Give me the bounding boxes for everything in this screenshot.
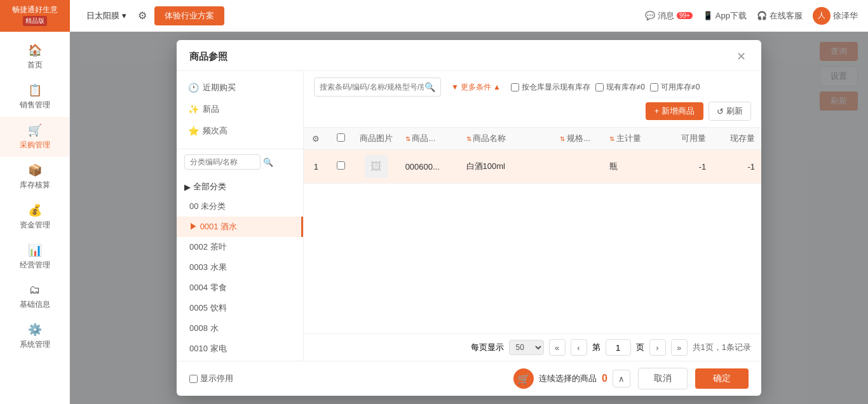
- sort-icon: ⇅: [609, 135, 616, 142]
- select-all-checkbox[interactable]: [337, 133, 345, 142]
- page-label: 第: [592, 342, 600, 353]
- category-label: 0005 饮料: [189, 303, 227, 313]
- all-categories-label: 全部分类: [193, 181, 226, 192]
- first-page-button[interactable]: «: [549, 339, 566, 356]
- chevron-down-icon: ▾: [122, 11, 126, 20]
- show-disabled-checkbox[interactable]: 显示停用: [189, 373, 233, 384]
- warehouse-display-input[interactable]: [511, 83, 519, 91]
- col-header-available[interactable]: 可用量: [653, 128, 713, 150]
- refresh-icon: ↺: [717, 107, 724, 116]
- left-nav-frequent[interactable]: ⭐ 频次高: [182, 121, 298, 141]
- add-product-button[interactable]: + 新增商品: [646, 102, 703, 120]
- category-list: ▶ 全部分类 00 未分类 ▶ 0001 酒水 0002 茶叶: [177, 177, 303, 354]
- sidebar-item-operations[interactable]: 📊 经营管理: [0, 237, 69, 277]
- col-header-img[interactable]: 商品图片: [353, 128, 399, 150]
- col-header-code[interactable]: ⇅ 商品...: [399, 128, 460, 150]
- user-item[interactable]: 人 徐泽华: [813, 7, 858, 25]
- category-tea[interactable]: 0002 茶叶: [177, 237, 303, 257]
- left-nav-new[interactable]: ✨ 新品: [182, 99, 298, 119]
- existing-stock-input[interactable]: [595, 83, 604, 91]
- next-page-button[interactable]: ›: [649, 339, 666, 356]
- left-nav: 🕐 近期购买 ✨ 新品 ⭐ 频次高: [177, 77, 303, 141]
- notifications-label: 消息: [658, 10, 674, 22]
- row-checkbox-cell[interactable]: [329, 150, 353, 184]
- category-alcohol[interactable]: ▶ 0001 酒水: [177, 217, 303, 237]
- col-header-checkbox[interactable]: [329, 128, 353, 150]
- col-header-name[interactable]: ⇅ 商品名称: [460, 128, 554, 150]
- available-stock-checkbox[interactable]: 可用库存≠0: [650, 82, 700, 93]
- gear-icon[interactable]: ⚙: [138, 10, 147, 22]
- sidebar-item-finance[interactable]: 💰 资金管理: [0, 197, 69, 237]
- cart-icon-button[interactable]: 🛒: [513, 368, 534, 389]
- sidebar-item-label: 销售管理: [20, 100, 50, 111]
- modal-header: 商品参照 ✕: [177, 40, 761, 71]
- cancel-button[interactable]: 取消: [638, 368, 688, 389]
- product-table: ⚙ 商品图片 ⇅ 商品...: [304, 128, 761, 184]
- sidebar-item-inventory[interactable]: 📦 库存核算: [0, 157, 69, 197]
- prev-page-button[interactable]: ‹: [571, 339, 587, 356]
- last-page-button[interactable]: »: [671, 339, 688, 356]
- category-fruit[interactable]: 0003 水果: [177, 257, 303, 278]
- table-row[interactable]: 1 🖼 000600... 白酒100ml: [304, 150, 761, 184]
- category-label: 0002 茶叶: [189, 242, 227, 252]
- search-input[interactable]: [320, 83, 424, 91]
- page-number-input[interactable]: [606, 339, 631, 356]
- category-snack[interactable]: 0004 零食: [177, 278, 303, 298]
- left-nav-recent[interactable]: 🕐 近期购买: [182, 77, 298, 98]
- nav-right: 💬 消息 99+ 📱 App下载 🎧 在线客服 人 徐泽华: [645, 7, 858, 25]
- sidebar-item-home[interactable]: 🏠 首页: [0, 37, 69, 77]
- category-water[interactable]: 0008 水: [177, 318, 303, 339]
- row-available: -1: [653, 150, 713, 184]
- confirm-button[interactable]: 确定: [695, 368, 749, 389]
- all-categories-title[interactable]: ▶ 全部分类: [177, 177, 303, 196]
- sidebar-item-purchase[interactable]: 🛒 采购管理: [0, 117, 69, 157]
- notifications-item[interactable]: 💬 消息 99+: [645, 10, 693, 22]
- sidebar-item-sales[interactable]: 📋 销售管理: [0, 77, 69, 117]
- app-download-label: App下载: [715, 10, 747, 22]
- modal-close-button[interactable]: ✕: [733, 49, 749, 64]
- collapse-cart-button[interactable]: ∧: [613, 370, 630, 387]
- home-icon: 🏠: [28, 43, 42, 57]
- left-nav-frequent-label: 频次高: [203, 125, 227, 137]
- cart-area: 🛒 连续选择的商品 0 ∧: [513, 368, 630, 389]
- row-checkbox[interactable]: [337, 161, 345, 170]
- page-size-select[interactable]: 50 10 20 100: [509, 340, 544, 355]
- logo-area[interactable]: 畅捷通好生意 精品版: [0, 0, 70, 32]
- store-selector[interactable]: 日太阳膜 ▾: [80, 8, 133, 24]
- sidebar-item-basic-info[interactable]: 🗂 基础信息: [0, 277, 69, 316]
- col-unit-label: 主计量: [616, 133, 641, 143]
- table-header-row: ⚙ 商品图片 ⇅ 商品...: [304, 128, 761, 150]
- warehouse-display-checkbox[interactable]: 按仓库显示现有库存: [511, 82, 590, 93]
- toolbar-right: + 新增商品 ↺ 刷新: [646, 102, 751, 121]
- filter-button[interactable]: ▼ 更多条件 ▲: [446, 79, 506, 95]
- col-code-label: 商品...: [412, 133, 435, 143]
- category-search-input[interactable]: [184, 154, 261, 170]
- finance-icon: 💰: [28, 203, 42, 217]
- refresh-button[interactable]: ↺ 刷新: [709, 102, 751, 121]
- app-download-item[interactable]: 📱 App下载: [703, 10, 747, 22]
- col-header-unit[interactable]: ⇅ 主计量: [603, 128, 653, 150]
- experience-button[interactable]: 体验行业方案: [154, 6, 224, 25]
- sidebar-item-system[interactable]: ⚙️ 系统管理: [0, 316, 69, 356]
- category-appliance[interactable]: 0010 家电: [177, 339, 303, 354]
- category-label: 0004 零食: [189, 283, 227, 292]
- category-label: 0008 水: [189, 323, 219, 333]
- left-panel-divider: [177, 149, 303, 149]
- customer-service-item[interactable]: 🎧 在线客服: [757, 10, 803, 22]
- col-header-spec[interactable]: ⇅ 规格...: [553, 128, 603, 150]
- filter-icon: ▼: [451, 83, 459, 91]
- search-icon[interactable]: 🔍: [424, 82, 435, 92]
- existing-stock-checkbox[interactable]: 现有库存≠0: [595, 82, 645, 93]
- col-header-stock[interactable]: 现存量: [712, 128, 761, 150]
- available-stock-input[interactable]: [650, 83, 658, 91]
- category-beverage[interactable]: 0005 饮料: [177, 298, 303, 318]
- col-header-settings[interactable]: ⚙: [304, 128, 329, 150]
- category-search-icon[interactable]: 🔍: [263, 158, 273, 167]
- logo-badge: 精品版: [23, 16, 47, 26]
- category-uncategorized[interactable]: 00 未分类: [177, 196, 303, 217]
- category-label: 0010 家电: [189, 344, 227, 353]
- clock-icon: 🕐: [188, 83, 199, 93]
- refresh-label: 刷新: [726, 105, 743, 117]
- row-unit: 瓶: [603, 150, 653, 184]
- show-disabled-input[interactable]: [189, 375, 198, 383]
